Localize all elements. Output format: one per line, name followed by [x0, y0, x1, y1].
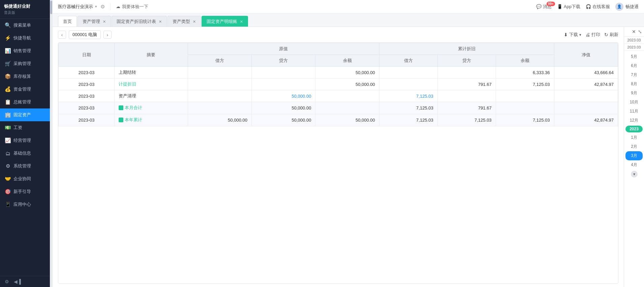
monthly-badge: 本月合计 — [119, 105, 142, 111]
company-selector[interactable]: 医疗器械行业演示 ▾ — [58, 4, 97, 10]
sidebar-item-purchase[interactable]: 🛒 采购管理 — [0, 57, 50, 70]
tab-detail[interactable]: 固定资产明细账 ✕ — [202, 16, 248, 27]
close-icon[interactable]: ✕ — [103, 20, 106, 24]
cell-ov-credit — [251, 67, 315, 78]
sidebar-label-apps: 应用中心 — [13, 201, 31, 208]
collapse-icon[interactable]: ◀▐ — [14, 279, 21, 284]
phone-icon: 📱 — [557, 4, 562, 9]
close-icon[interactable]: ✕ — [159, 20, 162, 24]
cell-net-value — [554, 90, 618, 102]
purchase-icon: 🛒 — [5, 61, 11, 67]
sidebar-label-collab: 企业协同 — [13, 176, 31, 182]
download-btn[interactable]: ⬇ 下载 ▾ — [564, 32, 581, 38]
cell-date: 2023-03 — [59, 67, 115, 78]
cell-summary[interactable]: 计提折旧 — [115, 78, 188, 90]
sidebar-item-collab[interactable]: 🤝 企业协同 — [0, 172, 50, 185]
cell-ad-balance: 7,125.03 — [496, 78, 554, 90]
cell-ad-balance: 7,125.03 — [496, 114, 554, 126]
expand-panel-icon[interactable]: ⤡ — [638, 29, 642, 34]
cell-ov-balance: 50,000.00 — [315, 67, 379, 78]
cell-net-value: 42,874.97 — [554, 78, 618, 90]
timeline-month-12[interactable]: 12月 — [624, 116, 644, 125]
sidebar-label-payroll: 工资 — [13, 125, 22, 131]
basic-icon: 🗂 — [5, 150, 11, 156]
timeline-month-3[interactable]: 3月 — [625, 151, 643, 160]
notice-btn[interactable]: 💬 消息 99+ — [536, 4, 552, 10]
sidebar-item-search[interactable]: 🔍 搜索菜单 — [0, 19, 50, 32]
nav-prev-btn[interactable]: ‹ — [58, 31, 66, 39]
cell-ad-credit — [437, 90, 496, 102]
avatar: 👤 — [615, 3, 623, 11]
tab-assettype[interactable]: 资产类型 ✕ — [167, 16, 201, 27]
sidebar-label-purchase: 采购管理 — [13, 61, 31, 67]
timeline-month-10[interactable]: 10月 — [624, 98, 644, 107]
col-ad-balance: 余额 — [496, 55, 554, 67]
timeline-month-9[interactable]: 9月 — [624, 89, 644, 98]
col-ad-credit: 贷方 — [437, 55, 496, 67]
sidebar-item-quicknav[interactable]: ⚡ 快捷导航 — [0, 32, 50, 44]
cell-ad-balance: 6,333.36 — [496, 67, 554, 78]
settings-icon[interactable]: ⚙ — [5, 279, 9, 284]
main-area: 医疗器械行业演示 ▾ ⚙ ☁ 我要体验一下 💬 消息 99+ 📱 App下载 🎧… — [53, 0, 644, 287]
experience-btn[interactable]: ☁ 我要体验一下 — [116, 4, 148, 10]
cell-ov-debit — [188, 67, 251, 78]
table-row: 2023-03 本年累计 50,000.00 50,000.00 50,000.… — [59, 114, 618, 126]
print-btn[interactable]: 🖨 打印 — [585, 32, 600, 38]
sidebar-item-system[interactable]: ⚙ 系统管理 — [0, 160, 50, 172]
sidebar-item-basic[interactable]: 🗂 基础信息 — [0, 147, 50, 160]
sidebar-label-ledger: 总账管理 — [13, 99, 31, 105]
sidebar-item-payroll[interactable]: 💵 工资 — [0, 121, 50, 134]
app-download-btn[interactable]: 📱 App下载 — [557, 4, 580, 10]
close-panel-icon[interactable]: ✕ — [632, 29, 636, 34]
tab-depreciation[interactable]: 固定资产折旧统计表 ✕ — [112, 16, 167, 27]
sidebar-item-ledger[interactable]: 📋 总账管理 — [0, 96, 50, 108]
down-circle-icon[interactable]: ▾ — [631, 171, 638, 178]
timeline-month-6[interactable]: 6月 — [624, 61, 644, 70]
tab-home[interactable]: 首页 — [58, 16, 77, 27]
col-original-value: 原值 — [188, 43, 379, 55]
close-icon[interactable]: ✕ — [193, 20, 196, 24]
app-subtitle: 普及版 — [4, 10, 46, 15]
tab-assets[interactable]: 资产管理 ✕ — [78, 16, 111, 27]
guide-icon: 🎯 — [5, 189, 11, 195]
refresh-btn[interactable]: ↻ 刷新 — [604, 32, 618, 38]
timeline-month-4[interactable]: 4月 — [624, 160, 644, 169]
col-ad-debit: 借方 — [379, 55, 437, 67]
user-btn[interactable]: 👤 畅捷通 — [615, 3, 639, 11]
sidebar-item-guide[interactable]: 🎯 新手引导 — [0, 185, 50, 198]
nav-next-btn[interactable]: › — [103, 31, 112, 39]
gear-icon[interactable]: ⚙ — [100, 4, 105, 10]
cell-date: 2023-03 — [59, 78, 115, 90]
timeline-month-2[interactable]: 2月 — [624, 142, 644, 151]
sidebar-item-fixedassets[interactable]: 🏢 固定资产 — [0, 108, 50, 121]
sidebar-item-apps[interactable]: 📱 应用中心 — [0, 198, 50, 211]
timeline-month-8[interactable]: 8月 — [624, 79, 644, 89]
cell-ov-credit — [251, 78, 315, 90]
timeline-month-5[interactable]: 5月 — [624, 52, 644, 61]
cell-ov-credit: 50,000.00 — [251, 114, 315, 126]
fixedassets-icon: 🏢 — [5, 112, 11, 118]
service-btn[interactable]: 🎧 在线客服 — [586, 4, 610, 10]
sidebar-item-funds[interactable]: 💰 资金管理 — [0, 83, 50, 96]
timeline-month-11[interactable]: 11月 — [624, 107, 644, 116]
tab-detail-label: 固定资产明细账 — [207, 19, 237, 25]
scrollbar-thumb[interactable] — [50, 1, 52, 14]
table-row: 2023-03 本月合计 50,000.00 7,125.03 791.67 — [59, 102, 618, 114]
timeline-down-icon[interactable]: ▾ — [624, 169, 644, 179]
timeline-month-1[interactable]: 1月 — [624, 133, 644, 142]
cell-summary: 本月合计 — [115, 102, 188, 114]
username: 畅捷通 — [625, 4, 639, 10]
cell-ov-debit — [188, 90, 251, 102]
cell-summary: 资产清理 — [115, 90, 188, 102]
data-table: 日期 摘要 原值 累计折旧 净值 借方 贷方 余额 借方 贷方 余额 — [58, 43, 618, 126]
cell-ad-credit: 791.67 — [437, 78, 496, 90]
sidebar-item-sales[interactable]: 📊 销售管理 — [0, 44, 50, 57]
cell-ad-debit: 7,125.03 — [379, 90, 437, 102]
timeline-month-7[interactable]: 7月 — [624, 70, 644, 79]
cell-ov-balance: 50,000.00 — [315, 78, 379, 90]
sidebar-item-operations[interactable]: 📈 经营管理 — [0, 134, 50, 147]
sidebar-item-inventory[interactable]: 📦 库存核算 — [0, 70, 50, 83]
close-icon[interactable]: ✕ — [240, 20, 243, 24]
col-summary: 摘要 — [115, 43, 188, 67]
chevron-down-icon: ▾ — [95, 4, 97, 9]
